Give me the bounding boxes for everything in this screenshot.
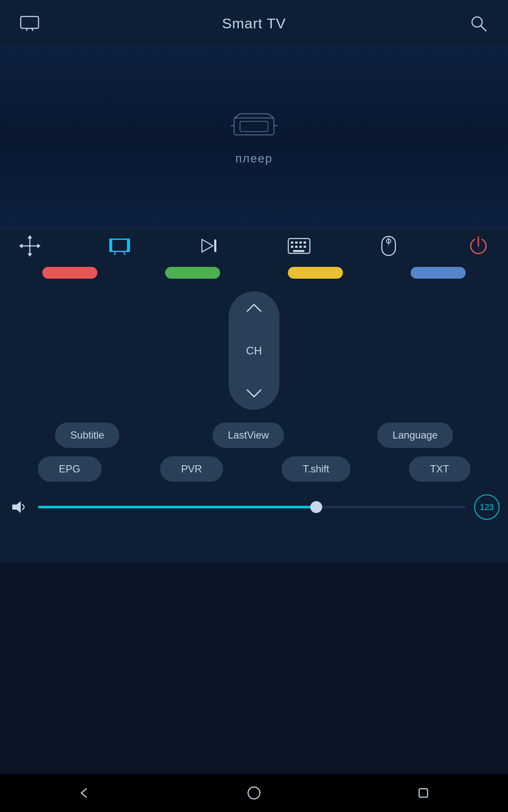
top-bar: Smart TV (0, 0, 508, 47)
svg-line-4 (481, 26, 486, 31)
bottom-buttons-row: EPG PVR T.shift TXT (0, 452, 508, 486)
color-buttons-row (0, 263, 508, 283)
channel-control[interactable]: CH (229, 291, 279, 410)
svg-marker-22 (202, 239, 213, 252)
svg-rect-31 (299, 246, 302, 248)
remote-top-icons (0, 229, 508, 263)
language-button[interactable]: Language (377, 422, 453, 448)
tv-icon-button[interactable] (107, 233, 132, 258)
subtitle-button[interactable]: Subtitle (55, 422, 119, 448)
search-button[interactable] (466, 11, 491, 36)
svg-rect-0 (21, 16, 39, 28)
svg-line-20 (114, 252, 116, 255)
svg-rect-27 (299, 241, 302, 244)
keyboard-icon-button[interactable] (286, 233, 312, 258)
volume-thumb[interactable] (310, 501, 322, 513)
player-area: плеер (0, 47, 508, 228)
pvr-button[interactable]: PVR (160, 456, 223, 482)
navigate-icon-button[interactable] (17, 233, 42, 258)
svg-marker-15 (28, 253, 32, 257)
svg-rect-23 (214, 239, 216, 252)
channel-label: CH (246, 344, 262, 357)
channel-down-button[interactable] (246, 387, 262, 399)
tv-screen-icon[interactable] (17, 11, 42, 36)
svg-rect-29 (291, 246, 293, 248)
svg-rect-33 (293, 250, 304, 252)
svg-rect-30 (295, 246, 298, 248)
svg-rect-8 (240, 121, 268, 132)
svg-rect-19 (112, 240, 127, 251)
red-button[interactable] (42, 267, 97, 279)
app-title: Smart TV (222, 15, 286, 32)
svg-rect-25 (291, 241, 293, 244)
volume-row: 123 (0, 490, 508, 524)
svg-rect-28 (304, 241, 306, 244)
green-button[interactable] (165, 267, 220, 279)
svg-line-21 (124, 252, 125, 255)
function-buttons-row: Subtitle LastView Language (0, 418, 508, 452)
recents-button[interactable] (413, 782, 434, 804)
player-label: плеер (235, 152, 273, 165)
tshift-button[interactable]: T.shift (282, 456, 351, 482)
skip-next-icon-button[interactable] (196, 233, 222, 258)
blue-button[interactable] (411, 267, 466, 279)
svg-marker-39 (12, 501, 21, 513)
svg-line-9 (234, 114, 240, 118)
yellow-button[interactable] (288, 267, 343, 279)
svg-marker-16 (19, 244, 22, 248)
android-nav-bar (0, 774, 508, 812)
svg-rect-32 (304, 246, 306, 248)
volume-icon[interactable] (8, 497, 30, 518)
lastview-button[interactable]: LastView (213, 422, 284, 448)
mouse-icon-button[interactable] (376, 233, 401, 258)
txt-button[interactable]: TXT (409, 456, 470, 482)
epg-button[interactable]: EPG (38, 456, 102, 482)
ch-control-area: CH (0, 283, 508, 418)
volume-fill (38, 506, 316, 508)
power-icon-button[interactable] (466, 233, 491, 258)
home-button[interactable] (243, 782, 265, 804)
volume-badge[interactable]: 123 (474, 494, 500, 520)
svg-line-10 (268, 114, 274, 118)
volume-slider[interactable] (38, 506, 466, 508)
hdmi-icon (231, 110, 277, 139)
svg-point-40 (248, 787, 260, 799)
svg-marker-14 (28, 235, 32, 239)
svg-rect-41 (419, 789, 428, 797)
svg-rect-26 (295, 241, 298, 244)
svg-marker-17 (37, 244, 41, 248)
back-button[interactable] (74, 782, 95, 804)
channel-up-button[interactable] (246, 302, 262, 314)
